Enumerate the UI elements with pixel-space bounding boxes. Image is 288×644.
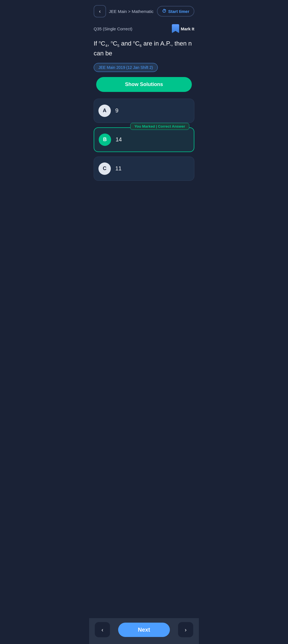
option-b-value: 14 (116, 136, 122, 143)
question-tag: JEE Main 2019 (12 Jan Shift 2) (94, 63, 158, 72)
mark-it-label: Mark It (181, 26, 194, 31)
back-icon: ‹ (99, 8, 101, 14)
option-c-circle: C (98, 162, 111, 175)
start-timer-button[interactable]: ⏱ Start timer (157, 6, 194, 17)
option-b-circle: B (99, 134, 111, 146)
timer-icon: ⏱ (162, 9, 166, 14)
question-text: If nC4, nC5 and nC6 are in A.P., then n … (89, 35, 199, 63)
option-c-card[interactable]: C 11 (94, 157, 194, 181)
back-button[interactable]: ‹ (94, 5, 106, 17)
option-b-card[interactable]: You Marked | Correct Answer B 14 (94, 127, 194, 152)
timer-label: Start timer (168, 9, 189, 14)
breadcrumb: JEE Main > Mathematic (106, 9, 157, 14)
option-c-value: 11 (115, 165, 122, 172)
options-container: A 9 You Marked | Correct Answer B 14 C 1… (89, 99, 199, 181)
mark-it-button[interactable]: Mark It (172, 24, 194, 33)
option-a-circle: A (98, 105, 111, 117)
tag-container: JEE Main 2019 (12 Jan Shift 2) (89, 63, 199, 77)
bookmark-icon (172, 24, 179, 33)
solutions-container: Show Solutions (89, 77, 199, 99)
option-a-card[interactable]: A 9 (94, 99, 194, 123)
show-solutions-button[interactable]: Show Solutions (96, 77, 192, 92)
question-label: Q35 (Single Correct) (94, 26, 132, 31)
option-a-value: 9 (115, 107, 118, 114)
header: ‹ JEE Main > Mathematic ⏱ Start timer (89, 0, 199, 21)
question-meta: Q35 (Single Correct) Mark It (89, 21, 199, 35)
correct-answer-tooltip: You Marked | Correct Answer (130, 123, 189, 130)
